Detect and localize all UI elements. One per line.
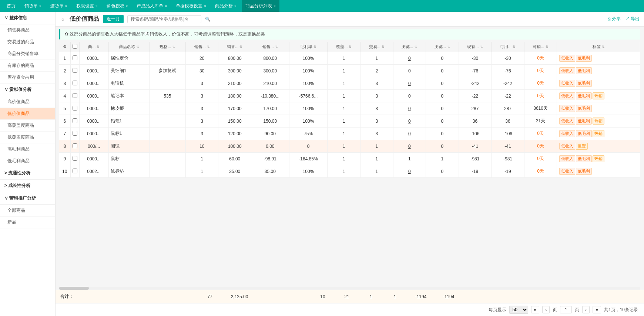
row-checkbox[interactable]: [73, 118, 77, 123]
th-checkbox[interactable]: [70, 42, 79, 52]
row-checkbox-cell[interactable]: [70, 128, 79, 140]
th-coverage[interactable]: 覆盖... ⇅: [328, 42, 360, 52]
th-browse1[interactable]: 浏览... ⇅: [393, 42, 426, 52]
row-browse1[interactable]: 0: [393, 128, 426, 140]
row-checkbox-cell[interactable]: [70, 165, 79, 178]
row-browse1[interactable]: 0: [393, 52, 426, 65]
last-page-button[interactable]: »: [593, 306, 601, 313]
th-s3[interactable]: 销售... ⇅: [251, 42, 289, 52]
sidebar-item-low-value[interactable]: 低价值商品: [0, 108, 55, 120]
per-page-select[interactable]: 50 100 200: [509, 306, 528, 314]
th-spec[interactable]: 规格... ⇅: [149, 42, 185, 52]
th-code[interactable]: 商... ⇅: [79, 42, 108, 52]
sidebar-item-category-rate[interactable]: 商品分类销售率: [0, 48, 55, 60]
th-name[interactable]: 商品名称 ⇅: [108, 42, 149, 52]
row-checkbox-cell[interactable]: [70, 65, 79, 77]
sidebar-item-sales-category[interactable]: 销售类商品: [0, 24, 55, 36]
sidebar-item-low-coverage[interactable]: 低覆盖度商品: [0, 132, 55, 143]
row-checkbox-cell[interactable]: [70, 140, 79, 153]
row-browse1[interactable]: 0: [393, 65, 426, 77]
row-checkbox-cell[interactable]: [70, 153, 79, 165]
row-checkbox-cell[interactable]: [70, 52, 79, 65]
row-checkbox[interactable]: [73, 106, 77, 111]
th-days[interactable]: 可销... ⇅: [524, 42, 557, 52]
sidebar-group-contribution[interactable]: ∨ 贡献值分析: [0, 84, 55, 96]
row-browse1[interactable]: 0: [393, 77, 426, 90]
search-icon[interactable]: 🔍: [205, 17, 211, 22]
sidebar-item-high-coverage[interactable]: 高覆盖度商品: [0, 120, 55, 132]
row-checkbox-cell[interactable]: [70, 115, 79, 128]
row-name[interactable]: 鼠标: [108, 153, 149, 165]
th-margin[interactable]: 毛利率 ⇅: [289, 42, 328, 52]
sidebar-item-low-margin[interactable]: 低毛利商品: [0, 155, 55, 167]
row-name[interactable]: 属性定价: [108, 52, 149, 65]
sidebar-item-all-products[interactable]: 全部商品: [0, 205, 55, 217]
row-checkbox[interactable]: [73, 169, 77, 173]
horizontal-scrollbar[interactable]: [59, 287, 640, 290]
sidebar-item-traded[interactable]: 交易过的商品: [0, 36, 55, 48]
row-checkbox-cell[interactable]: [70, 102, 79, 115]
row-browse1[interactable]: 0: [393, 90, 426, 102]
row-name[interactable]: 测试: [108, 140, 149, 153]
th-stock2[interactable]: 可用... ⇅: [492, 42, 524, 52]
nav-product-analysis[interactable]: 商品分析×: [211, 0, 240, 12]
th-tags[interactable]: 标签 ⇅: [557, 42, 640, 52]
nav-permission[interactable]: 权限设置×: [73, 0, 101, 12]
row-browse1[interactable]: 0: [393, 140, 426, 153]
nav-template[interactable]: 单据模板设置×: [172, 0, 210, 12]
row-name[interactable]: 橡皮擦: [108, 102, 149, 115]
th-browse2[interactable]: 浏览... ⇅: [426, 42, 459, 52]
row-name[interactable]: 鼠标1: [108, 128, 149, 140]
nav-purchase[interactable]: 进货单×: [47, 0, 71, 12]
nav-role[interactable]: 角色授权×: [103, 0, 132, 12]
th-s2[interactable]: 销售... ⇅: [218, 42, 251, 52]
select-all-checkbox[interactable]: [73, 44, 77, 49]
row-name[interactable]: 鼠标垫: [108, 165, 149, 178]
row-browse1[interactable]: 0: [393, 165, 426, 178]
row-name[interactable]: 电话机: [108, 77, 149, 90]
export-button[interactable]: ↗ 导出: [625, 16, 640, 22]
sidebar-item-high-margin[interactable]: 高毛利商品: [0, 143, 55, 155]
row-browse1[interactable]: 0: [393, 115, 426, 128]
share-button[interactable]: ⎘ 分享: [608, 16, 620, 22]
row-checkbox[interactable]: [73, 131, 77, 136]
row-name[interactable]: 吴细细1: [108, 65, 149, 77]
nav-home[interactable]: 首页: [3, 0, 19, 12]
row-name[interactable]: 铅笔1: [108, 115, 149, 128]
sidebar-group-marketing[interactable]: ∨ 营销推广分析: [0, 192, 55, 205]
row-checkbox[interactable]: [73, 93, 77, 98]
sidebar-item-high-value[interactable]: 高价值商品: [0, 96, 55, 108]
nav-product-storage[interactable]: 产成品入库单×: [133, 0, 171, 12]
nav-sales[interactable]: 销货单×: [21, 0, 45, 12]
sidebar-group-overall[interactable]: ∨ 整体信息: [0, 12, 55, 24]
row-browse1[interactable]: 0: [393, 102, 426, 115]
row-browse1[interactable]: 1: [393, 153, 426, 165]
search-input[interactable]: [127, 15, 201, 23]
th-stock1[interactable]: 现有... ⇅: [459, 42, 492, 52]
page-input[interactable]: [560, 306, 572, 313]
row-checkbox-cell[interactable]: [70, 90, 79, 102]
prev-page-button[interactable]: ‹: [542, 306, 550, 313]
sidebar-item-new-products[interactable]: 新品: [0, 217, 55, 228]
th-trade[interactable]: 交易... ⇅: [360, 42, 393, 52]
collapse-button[interactable]: «: [60, 16, 66, 23]
first-page-button[interactable]: «: [531, 306, 540, 313]
row-checkbox[interactable]: [73, 81, 77, 85]
sidebar-item-stock-fund[interactable]: 库存资金占用: [0, 72, 55, 84]
th-settings[interactable]: ⚙: [59, 42, 70, 52]
filter-button[interactable]: 近一月: [103, 15, 124, 23]
sidebar-item-in-stock[interactable]: 有库存的商品: [0, 60, 55, 72]
next-page-button[interactable]: ›: [582, 306, 590, 313]
row-checkbox[interactable]: [73, 143, 77, 148]
row-checkbox[interactable]: [73, 55, 77, 60]
sidebar-group-liquidity[interactable]: > 流通性分析: [0, 167, 55, 180]
row-tags: 低收入低毛利: [557, 102, 640, 115]
sidebar-group-growth[interactable]: > 成长性分析: [0, 180, 55, 192]
row-checkbox-cell[interactable]: [70, 77, 79, 90]
row-checkbox[interactable]: [73, 156, 77, 161]
row-margin: 100%: [289, 115, 328, 128]
th-s1[interactable]: 销售... ⇅: [185, 42, 218, 52]
row-checkbox[interactable]: [73, 68, 77, 73]
row-name[interactable]: 笔记本: [108, 90, 149, 102]
nav-product-list[interactable]: 商品分析列表×: [242, 0, 279, 12]
